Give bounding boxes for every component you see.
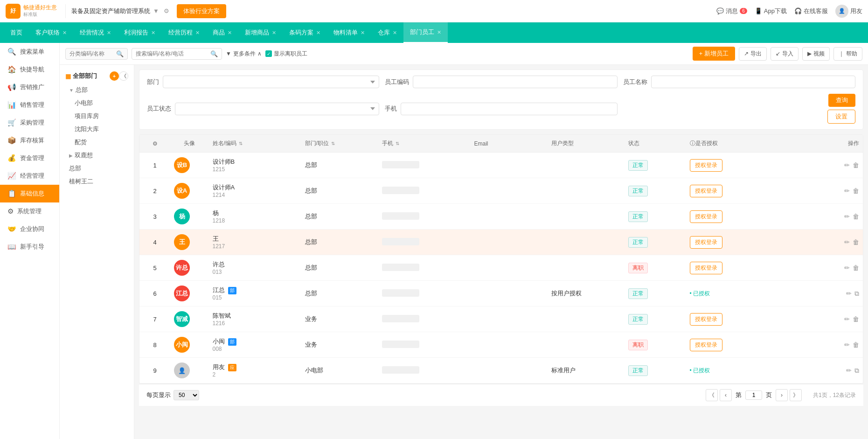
employee-search-bar[interactable]: 🔍 [132, 48, 222, 60]
tab-warehouse[interactable]: 仓库 ✕ [371, 22, 403, 43]
dept-select[interactable] [163, 76, 379, 88]
close-icon[interactable]: ✕ [195, 30, 200, 36]
sidebar-item-inventory[interactable]: 📦 库存核算 [0, 132, 59, 149]
close-icon[interactable]: ✕ [361, 30, 365, 36]
dept-node-peihuo[interactable]: 配货 [60, 136, 134, 149]
trial-button[interactable]: 体验行业方案 [177, 4, 226, 18]
sidebar-item-collab[interactable]: 🤝 企业协同 [0, 220, 59, 238]
col-header-name[interactable]: 姓名/编码 ⇅ [209, 135, 301, 153]
close-icon[interactable]: ✕ [393, 30, 397, 36]
edit-button[interactable]: ✏ [846, 290, 852, 298]
query-button[interactable]: 查询 [828, 94, 855, 107]
dept-node-xiangmu[interactable]: 项目库房 [60, 110, 134, 123]
copy-button[interactable]: ⧉ [854, 290, 859, 298]
first-page-button[interactable]: 《 [706, 389, 718, 401]
auth-button[interactable]: 授权登录 [690, 339, 722, 351]
export-button[interactable]: ↗ 导出 [739, 47, 767, 61]
close-icon[interactable]: ✕ [228, 30, 232, 36]
sidebar-item-system[interactable]: ⚙ 系统管理 [0, 202, 59, 220]
user-area[interactable]: 👤 用友 [835, 5, 862, 18]
auth-button[interactable]: 授权登录 [690, 313, 722, 326]
sidebar-item-marketing[interactable]: 📢 营销推广 [0, 78, 59, 96]
edit-button[interactable]: ✏ [846, 367, 852, 375]
phone-input[interactable] [401, 103, 617, 115]
video-button[interactable]: ▶ 视频 [802, 47, 830, 61]
gear-icon[interactable]: ⚙ [164, 7, 169, 14]
sidebar-item-basics[interactable]: 📋 基础信息 [0, 185, 59, 202]
sidebar-item-purchase[interactable]: 🛒 采购管理 [0, 114, 59, 132]
close-icon[interactable]: ✕ [437, 29, 441, 35]
app-download-btn[interactable]: 📱 App下载 [755, 7, 787, 15]
edit-button[interactable]: ✏ [844, 187, 850, 195]
edit-button[interactable]: ✏ [844, 161, 850, 169]
tab-operation[interactable]: 经营情况 ✕ [73, 22, 118, 43]
more-filter-button[interactable]: ▼ 更多条件 ∧ [226, 50, 262, 58]
tab-goods[interactable]: 商品 ✕ [206, 22, 238, 43]
emp-name-input[interactable] [651, 76, 855, 88]
dept-node-zongbu2[interactable]: 总部 [60, 162, 134, 175]
copy-button[interactable]: ⧉ [854, 367, 859, 375]
delete-button[interactable]: 🗑 [853, 238, 859, 246]
page-input[interactable] [745, 390, 762, 400]
per-page-select[interactable]: 50 100 [174, 390, 199, 400]
tab-home[interactable]: 首页 [4, 22, 29, 43]
edit-button[interactable]: ✏ [844, 213, 850, 220]
next-page-button[interactable]: › [776, 389, 788, 401]
delete-button[interactable]: 🗑 [853, 315, 859, 323]
setting-button[interactable]: 设置 [827, 110, 855, 124]
last-page-button[interactable]: 》 [790, 389, 802, 401]
employee-search-icon[interactable]: 🔍 [210, 50, 218, 57]
edit-button[interactable]: ✏ [844, 315, 850, 323]
col-header-phone[interactable]: 手机 ⇅ [378, 135, 471, 153]
edit-button[interactable]: ✏ [844, 264, 850, 272]
tab-add-goods[interactable]: 新增商品 ✕ [238, 22, 283, 43]
close-icon[interactable]: ✕ [272, 30, 276, 36]
sidebar-item-sales[interactable]: 📊 销售管理 [0, 96, 59, 114]
sidebar-item-nav[interactable]: 🏠 快捷导航 [0, 61, 59, 78]
dept-node-zhishu[interactable]: 植树王二 [60, 175, 134, 188]
auth-button[interactable]: 授权登录 [690, 236, 722, 249]
message-btn[interactable]: 💬 消息 6 [716, 7, 747, 15]
edit-button[interactable]: ✏ [844, 238, 850, 246]
close-icon[interactable]: ✕ [62, 30, 67, 36]
emp-status-select[interactable] [175, 103, 379, 115]
auth-button[interactable]: 授权登录 [690, 185, 722, 197]
tab-employees[interactable]: 部门员工 ✕ [403, 22, 448, 43]
help-button[interactable]: ｜ 帮助 [833, 47, 862, 61]
delete-button[interactable]: 🗑 [853, 213, 859, 220]
system-arrow-icon[interactable]: ▼ [153, 7, 159, 14]
dept-node-zongbu[interactable]: ▼ 总部 [60, 84, 134, 97]
prev-page-button[interactable]: ‹ [720, 389, 732, 401]
col-header-settings[interactable]: ⚙ [139, 135, 170, 153]
auth-button[interactable]: 授权登录 [690, 262, 722, 274]
tab-profit[interactable]: 利润报告 ✕ [118, 22, 162, 43]
online-service-btn[interactable]: 🎧 在线客服 [794, 7, 828, 15]
close-icon[interactable]: ✕ [107, 30, 111, 36]
sidebar-item-finance[interactable]: 💰 资金管理 [0, 149, 59, 167]
dept-node-shuanglu[interactable]: ▶ 双鹿想 [60, 149, 134, 162]
close-icon[interactable]: ✕ [316, 30, 320, 36]
delete-button[interactable]: 🗑 [853, 341, 859, 348]
delete-button[interactable]: 🗑 [853, 264, 859, 272]
show-inactive-area[interactable]: ✓ 显示离职员工 [265, 50, 307, 58]
classify-search-area[interactable]: 🔍 [65, 48, 128, 60]
close-icon[interactable]: ✕ [151, 30, 155, 36]
sidebar-item-search[interactable]: 🔍 搜索菜单 [0, 43, 59, 61]
delete-button[interactable]: 🗑 [853, 161, 859, 169]
auth-button[interactable]: 授权登录 [690, 159, 722, 172]
auth-button[interactable]: 授权登录 [690, 210, 722, 223]
edit-button[interactable]: ✏ [844, 341, 850, 348]
dept-node-shenyang[interactable]: 沈阳大库 [60, 123, 134, 136]
tab-customer[interactable]: 客户联络 ✕ [29, 22, 73, 43]
emp-code-input[interactable] [413, 76, 617, 88]
dept-node-xiaodian[interactable]: 小电部 [60, 97, 134, 110]
tab-barcode[interactable]: 条码方案 ✕ [283, 22, 327, 43]
delete-button[interactable]: 🗑 [853, 187, 859, 195]
classify-input[interactable] [69, 50, 116, 57]
import-button[interactable]: ↙ 导入 [771, 47, 799, 61]
tab-history[interactable]: 经营历程 ✕ [162, 22, 206, 43]
add-employee-button[interactable]: + 新增员工 [693, 47, 735, 61]
collapse-icon[interactable]: 《 [119, 71, 128, 81]
show-inactive-checkbox[interactable]: ✓ [265, 50, 272, 57]
add-dept-icon[interactable]: + [110, 71, 119, 81]
